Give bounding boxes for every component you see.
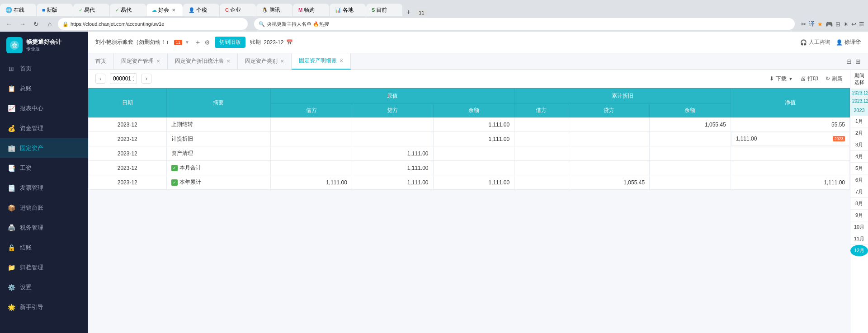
period-month-12[interactable]: 12月 (850, 245, 868, 257)
tab-fixed-asset-category-close[interactable]: ✕ (280, 59, 284, 64)
content-toolbar: ‹ › ⬇ 下载 ▼ 🖨 (88, 70, 850, 88)
next-page-btn[interactable]: › (142, 74, 151, 84)
browser-tab-new[interactable]: ■新版 (37, 4, 73, 16)
tax-icon: 🖨️ (7, 224, 15, 232)
tab-fixed-asset-detail-close[interactable]: ✕ (340, 58, 343, 63)
add-account-btn[interactable]: + (196, 38, 200, 47)
tab-fixed-asset-category[interactable]: 固定资产类别 ✕ (238, 53, 292, 70)
tab-close-haohui[interactable]: ✕ (172, 8, 175, 13)
browser-tab-qiye[interactable]: C企业 (220, 4, 256, 16)
sidebar-item-settings[interactable]: ⚙️ 设置 (0, 277, 88, 297)
download-btn[interactable]: ⬇ 下载 ▼ (769, 75, 793, 83)
brightness-icon[interactable]: ☀ (843, 21, 849, 28)
browser-tab-online[interactable]: 🌐在线 (0, 4, 36, 16)
switch-version-btn[interactable]: 切到旧版 (215, 37, 245, 48)
period-month-8[interactable]: 8月 (850, 198, 868, 210)
undo-icon[interactable]: ↩ (851, 21, 856, 28)
period-month-6[interactable]: 6月 (850, 174, 868, 186)
sidebar-item-tax[interactable]: 🖨️ 税务管理 (0, 218, 88, 238)
edit-period-icon[interactable]: 📅 (286, 39, 293, 46)
sidebar-item-home[interactable]: ⊞ 首页 (0, 59, 88, 79)
topbar-actions: 🎧 人工咨询 👤 徐译华 (800, 38, 861, 46)
tab-fixed-asset-detail[interactable]: 固定资产明细账 ✕ (292, 53, 351, 70)
period-value: 2023-12 (264, 39, 283, 46)
browser-tab-mubiao[interactable]: S目前 (366, 4, 402, 16)
row1-l-debit (514, 117, 568, 132)
expand-icon[interactable]: ⊞ (855, 58, 861, 65)
period-month-11[interactable]: 11月 (850, 233, 868, 245)
period-month-9[interactable]: 9月 (850, 210, 868, 221)
menu-icon[interactable]: ☰ (859, 21, 864, 28)
search-box[interactable]: 🔍 央视更新主持人名单 🔥热搜 (254, 18, 795, 30)
period-selected-start[interactable]: 2023.12 (850, 89, 868, 97)
row2-net: 1,111.00 2023 (731, 132, 850, 145)
game-icon[interactable]: 🎮 (826, 21, 833, 28)
row2-l-credit (568, 132, 650, 146)
logo-title: 畅捷通好会计 (26, 38, 61, 46)
period-month-1[interactable]: 1月 (850, 116, 868, 127)
row4-date: 2023-12 (89, 161, 167, 175)
print-btn[interactable]: 🖨 打印 (800, 75, 818, 83)
col-header-leiji-balance: 余额 (650, 104, 731, 117)
col-header-date: 日期 (89, 89, 167, 117)
user-count-badge[interactable]: 11 (174, 40, 182, 45)
period-month-3[interactable]: 3月 (850, 139, 868, 151)
star-icon[interactable]: ★ (817, 21, 823, 28)
row1-l-balance: 1,055.45 (650, 117, 731, 132)
print-label: 打印 (807, 75, 818, 83)
browser-tab-chang[interactable]: M畅购 (293, 4, 329, 16)
tab-fixed-asset-mgmt-label: 固定资产管理 (121, 57, 154, 65)
period-selected-end[interactable]: 2023.12 (850, 97, 868, 105)
url-box[interactable]: 🔒 https://cloud.chanjet.com/accounting/u… (58, 18, 248, 30)
sidebar-nav: ⊞ 首页 📋 总账 📈 报表中心 💰 资金管理 🏢 固定资产 📑 工资 (0, 59, 88, 333)
period-month-7[interactable]: 7月 (850, 186, 868, 198)
browser-tab-gedi[interactable]: 📊各地 (330, 4, 366, 16)
minimize-icon[interactable]: ⊟ (846, 58, 852, 65)
browser-tab-yidai2[interactable]: ✓易代 (110, 4, 146, 16)
sidebar-item-archive[interactable]: 📁 归档管理 (0, 258, 88, 277)
tab-fixed-asset-depreciation-close[interactable]: ✕ (226, 59, 230, 64)
refresh-btn-toolbar[interactable]: ↻ 刷新 (826, 75, 843, 83)
tab-fixed-asset-category-label: 固定资产类别 (245, 57, 278, 65)
forward-btn[interactable]: → (17, 19, 28, 29)
sidebar-item-ledger[interactable]: 📋 总账 (0, 79, 88, 98)
app-wrapper: 会 畅捷通好会计 专业版 ⊞ 首页 📋 总账 📈 报表中心 💰 资金管理 (0, 32, 868, 333)
dropdown-arrow-icon[interactable]: ▼ (185, 40, 189, 45)
sidebar-item-inventory[interactable]: 📦 进销台账 (0, 198, 88, 218)
sidebar-item-fixed-assets[interactable]: 🏢 固定资产 (0, 138, 88, 158)
period-year-2023[interactable]: 2023 (850, 105, 868, 116)
period-month-5[interactable]: 5月 (850, 163, 868, 174)
grid-icon[interactable]: ⊞ (835, 21, 840, 28)
period-month-10[interactable]: 10月 (850, 221, 868, 233)
sidebar-item-funds[interactable]: 💰 资金管理 (0, 118, 88, 138)
scissors-icon[interactable]: ✂ (801, 21, 806, 28)
refresh-btn[interactable]: ↻ (31, 19, 42, 29)
browser-tab-yidai1[interactable]: ✓易代 (73, 4, 109, 16)
tab-fixed-asset-depreciation[interactable]: 固定资产折旧统计表 ✕ (168, 53, 238, 70)
user-info[interactable]: 刘小艳演示账套（勿删勿动！） 11 ▼ (95, 38, 189, 46)
sidebar-item-guide[interactable]: 🌟 新手引导 (0, 297, 88, 317)
browser-tab-geshui[interactable]: 👤个税 (183, 4, 219, 16)
green-tag-row4: ✓ (171, 165, 178, 171)
help-btn[interactable]: 🎧 人工咨询 (800, 38, 830, 46)
tab-fixed-asset-mgmt[interactable]: 固定资产管理 ✕ (114, 53, 168, 70)
new-tab-btn[interactable]: + (403, 8, 414, 16)
period-month-2[interactable]: 2月 (850, 127, 868, 139)
sidebar-item-reports[interactable]: 📈 报表中心 (0, 98, 88, 118)
sidebar-item-period-close[interactable]: 🔒 结账 (0, 238, 88, 258)
back-btn[interactable]: ← (4, 19, 14, 29)
sidebar-item-payroll[interactable]: 📑 工资 (0, 158, 88, 178)
period-month-4[interactable]: 4月 (850, 151, 868, 163)
row4-l-balance (650, 161, 731, 175)
user-avatar[interactable]: 👤 徐译华 (836, 38, 861, 46)
home-btn[interactable]: ⌂ (44, 19, 55, 29)
prev-page-btn[interactable]: ‹ (95, 74, 105, 84)
translate-icon[interactable]: 译 (809, 20, 815, 28)
browser-tab-tencent[interactable]: 🐧腾讯 (256, 4, 292, 16)
settings-icon-topbar[interactable]: ⚙ (204, 39, 210, 46)
tab-fixed-asset-mgmt-close[interactable]: ✕ (156, 59, 160, 64)
browser-tab-haohui[interactable]: ☁ 好会 ✕ (146, 4, 183, 16)
sidebar-item-invoice[interactable]: 🗒️ 发票管理 (0, 178, 88, 198)
page-number-input[interactable] (110, 73, 137, 84)
tab-home[interactable]: 首页 (88, 53, 114, 70)
